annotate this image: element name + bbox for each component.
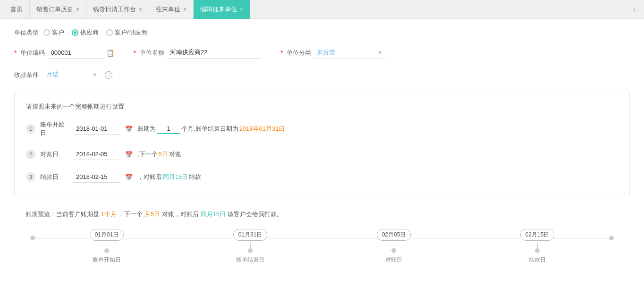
payment-help-icon[interactable]: ?	[105, 71, 112, 79]
code-required: *	[14, 49, 17, 57]
radio-circle-supplier	[72, 29, 78, 36]
radio-supplier[interactable]: 供应商	[72, 28, 99, 37]
period-end-date-highlight: 2018年01月31日	[239, 125, 285, 133]
tl-dot-right	[609, 236, 614, 240]
tl-dot-left	[30, 236, 35, 240]
code-name-category-row: * 单位编码 📋 * 单位名称 * 单位分类 未分类 ▼	[14, 46, 630, 59]
tl-pill-31: 01月31日	[233, 229, 268, 241]
tl-seg-3	[267, 238, 376, 238]
category-chevron-icon: ▼	[377, 50, 382, 55]
category-required: *	[280, 49, 283, 57]
code-label: 单位编码	[20, 49, 45, 57]
tl-node-reconcile: 02月05日 对账日	[377, 229, 411, 264]
tab-expand-icon[interactable]: ›	[628, 5, 640, 14]
preview-text: 账期预览：当前客户账期是 1个月 ，下一个 月5日 对账，对账后 同月15日 该…	[25, 209, 619, 219]
name-input[interactable]	[167, 47, 262, 59]
period-payment-highlight: 同月15日	[163, 173, 188, 181]
tab-sales-history[interactable]: 销售订单历史 ×	[30, 0, 86, 19]
period-reconcile-cal-icon[interactable]: 📅	[125, 151, 133, 158]
period-start-cal-icon[interactable]: 📅	[125, 126, 133, 133]
period-payment-cal-icon[interactable]: 📅	[125, 174, 133, 181]
category-label: 单位分类	[287, 49, 311, 57]
name-required: *	[133, 49, 136, 57]
tab-close-edit-partner[interactable]: ×	[240, 6, 243, 13]
tl-label-31: 账单结束日	[236, 256, 264, 264]
preview-connector1: ，下一个	[118, 211, 143, 218]
preview-ending: 该客户会给我打款。	[228, 211, 283, 218]
period-months-input[interactable]	[157, 124, 180, 134]
tl-label-0205: 对账日	[385, 256, 402, 264]
radio-circle-both	[106, 29, 113, 36]
tl-seg-4	[411, 238, 520, 238]
period-label-payment: 结款日	[40, 173, 68, 181]
tl-start-dot	[30, 229, 35, 240]
tl-dot-0215	[535, 248, 540, 253]
period-num-3: 3	[26, 172, 35, 182]
period-label-reconcile: 对账日	[40, 150, 68, 159]
tab-close-sales-history[interactable]: ×	[76, 6, 79, 13]
period-reconcile-date-input[interactable]	[73, 149, 120, 160]
tab-daily-work[interactable]: 钱货日清工作台 ×	[86, 0, 149, 19]
code-input[interactable]	[48, 47, 104, 59]
tl-pill-0215: 02月15日	[520, 229, 555, 241]
tab-close-partners[interactable]: ×	[183, 6, 186, 13]
tab-partners[interactable]: 往来单位 ×	[149, 0, 194, 19]
tl-dot-0205	[391, 248, 396, 253]
radio-both[interactable]: 客户/供应商	[106, 28, 147, 37]
tl-pill-01: 01月01日	[90, 229, 124, 241]
tl-label-01: 账单开始日	[93, 256, 121, 264]
main-content: 单位类型 客户 供应商 客户/供应商 * 单位编码 📋	[0, 19, 644, 287]
period-row-1: 1 账单开始日 📅 账期为 个月,账单结束日期为 2018年01月31日	[26, 120, 618, 137]
code-copy-icon[interactable]: 📋	[106, 49, 114, 57]
name-field-group: * 单位名称	[133, 47, 261, 59]
unit-type-label: 单位类型	[14, 28, 39, 37]
tl-dot-01	[104, 248, 109, 253]
payment-label: 收款条件	[14, 71, 39, 79]
tl-seg-2	[124, 238, 233, 238]
preview-part2: 月5日	[144, 211, 160, 218]
tl-seg-5	[554, 238, 609, 238]
timeline: 01月01日 账单开始日 01月31日 账单结束日 02月05日	[25, 229, 619, 264]
period-title: 请按照未来的一个完整帐期进行设置	[26, 102, 618, 111]
preview-connector2: 对账，对账后	[162, 211, 199, 218]
tl-node-payment: 02月15日 结款日	[520, 229, 555, 264]
period-row-2: 2 对账日 📅 ,下一个 5日 对账	[26, 149, 618, 160]
preview-part1: 1个月	[101, 211, 117, 218]
radio-customer[interactable]: 客户	[43, 28, 64, 37]
tab-home[interactable]: 首页	[4, 0, 30, 19]
tl-dot-31	[248, 248, 253, 253]
period-start-desc: 账期为 个月,账单结束日期为 2018年01月31日	[137, 124, 285, 134]
period-label-start: 账单开始日	[40, 120, 68, 137]
tab-edit-partner[interactable]: 编辑往来单位 ×	[194, 0, 250, 19]
tab-bar: 首页 销售订单历史 × 钱货日清工作台 × 往来单位 × 编辑往来单位 × ›	[0, 0, 644, 19]
tl-end-dot	[609, 229, 614, 240]
period-reconcile-highlight: 5日	[159, 150, 168, 159]
code-field-group: * 单位编码 📋	[14, 47, 114, 59]
preview-part3: 同月15日	[201, 211, 226, 218]
period-start-date-input[interactable]	[73, 123, 120, 135]
payment-dropdown[interactable]: 月结 ▼	[43, 68, 100, 81]
tl-node-end: 01月31日 账单结束日	[233, 229, 268, 264]
tab-close-daily-work[interactable]: ×	[139, 6, 142, 13]
period-payment-desc: ，对账后 同月15日 结款	[137, 173, 201, 181]
category-dropdown[interactable]: 未分类 ▼	[314, 46, 385, 59]
name-label: 单位名称	[140, 49, 164, 57]
payment-chevron-icon: ▼	[93, 72, 97, 77]
period-num-1: 1	[26, 124, 35, 134]
period-row-3: 3 结款日 📅 ，对账后 同月15日 结款	[26, 171, 618, 183]
code-input-wrapper: 📋	[48, 47, 114, 59]
tl-node-1	[35, 229, 90, 238]
radio-group-unit-type: 客户 供应商 客户/供应商	[43, 28, 147, 37]
period-num-2: 2	[26, 150, 35, 159]
tl-label-0215: 结款日	[529, 256, 546, 264]
category-value: 未分类	[317, 48, 375, 57]
period-payment-date-input[interactable]	[73, 171, 120, 183]
unit-type-row: 单位类型 客户 供应商 客户/供应商	[14, 28, 630, 37]
period-reconcile-desc: ,下一个 5日 对账	[137, 150, 181, 159]
preview-label: 账期预览：当前客户账期是	[25, 211, 99, 218]
payment-value: 月结	[46, 70, 91, 79]
tl-node-start: 01月01日 账单开始日	[90, 229, 124, 264]
preview-section: 账期预览：当前客户账期是 1个月 ，下一个 月5日 对账，对账后 同月15日 该…	[14, 201, 630, 271]
tl-pill-0205: 02月05日	[377, 229, 411, 241]
radio-circle-customer	[43, 29, 50, 36]
